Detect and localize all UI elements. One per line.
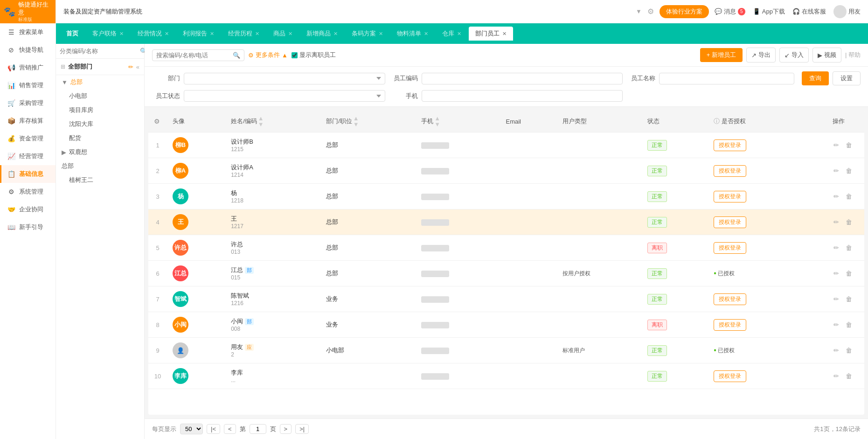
auth-login-btn[interactable]: 授权登录 [714, 139, 746, 151]
phone-input[interactable] [422, 90, 623, 102]
tree-node-planting[interactable]: 植树王二 [56, 173, 144, 187]
auth-login-btn[interactable]: 授权登录 [714, 370, 746, 382]
tab-customer[interactable]: 客户联络 ✕ [86, 27, 130, 41]
sidebar-item-system[interactable]: ⚙ 系统管理 [0, 183, 56, 201]
tree-node-small-elec[interactable]: 小电部 [56, 89, 144, 103]
sidebar-item-guide[interactable]: 📖 新手引导 [0, 218, 56, 236]
tab-add-goods[interactable]: 新增商品 ✕ [300, 27, 344, 41]
sidebar-item-marketing[interactable]: 📢 营销推广 [0, 59, 56, 77]
delete-button[interactable]: 🗑 [845, 294, 853, 304]
col-phone[interactable]: 手机 ▲▼ [416, 111, 500, 132]
user-menu-btn[interactable]: 用友 [833, 5, 861, 18]
close-tab-add-goods[interactable]: ✕ [333, 31, 338, 37]
close-tab-goods[interactable]: ✕ [288, 31, 292, 37]
auth-login-btn[interactable]: 授权登录 [714, 191, 746, 202]
sidebar-item-search[interactable]: ☰ 搜索菜单 [0, 23, 56, 41]
col-settings[interactable]: ⚙ [148, 111, 167, 132]
add-employee-button[interactable]: + 新增员工 [700, 48, 743, 62]
prev-page-btn[interactable]: < [224, 424, 236, 434]
edit-button[interactable]: ✏ [833, 140, 840, 150]
edit-button[interactable]: ✏ [833, 371, 840, 381]
sidebar-item-inventory[interactable]: 📦 库存核算 [0, 112, 56, 130]
tree-node-distribution[interactable]: 配货 [56, 131, 144, 145]
delete-button[interactable]: 🗑 [845, 371, 853, 381]
auth-login-btn[interactable]: 授权登录 [714, 293, 746, 305]
edit-button[interactable]: ✏ [833, 320, 840, 329]
tab-goods[interactable]: 商品 ✕ [267, 27, 299, 41]
sidebar-item-quicknav[interactable]: ⊘ 快捷导航 [0, 41, 56, 59]
tab-history[interactable]: 经营历程 ✕ [222, 27, 266, 41]
close-tab-ops[interactable]: ✕ [165, 31, 169, 37]
dept-sort[interactable]: 部门/职位 ▲▼ [326, 115, 410, 127]
delete-button[interactable]: 🗑 [845, 243, 853, 252]
edit-button[interactable]: ✏ [833, 294, 840, 304]
delete-button[interactable]: 🗑 [845, 269, 853, 278]
auth-login-btn[interactable]: 授权登录 [714, 242, 746, 254]
tab-home[interactable]: 首页 [60, 27, 85, 41]
edit-button[interactable]: ✏ [833, 269, 840, 278]
last-page-btn[interactable]: >| [295, 424, 309, 434]
import-button[interactable]: ↙ 导入 [779, 48, 809, 63]
message-btn[interactable]: 💬 消息 5 [715, 7, 745, 16]
close-tab-employees[interactable]: ✕ [502, 31, 507, 37]
tab-profit[interactable]: 利润报告 ✕ [176, 27, 221, 41]
delete-button[interactable]: 🗑 [845, 166, 853, 175]
delete-button[interactable]: 🗑 [845, 192, 853, 201]
auth-login-btn[interactable]: 授权登录 [714, 319, 746, 331]
tree-edit-icon[interactable]: ✏ [128, 63, 133, 70]
tab-operations-status[interactable]: 经营情况 ✕ [131, 27, 175, 41]
sidebar-item-operations[interactable]: 📈 经营管理 [0, 147, 56, 165]
emp-name-input[interactable] [659, 73, 794, 84]
search-button[interactable]: 查询 [802, 71, 829, 85]
name-sort[interactable]: 姓名/编码 ▲▼ [231, 115, 315, 127]
per-page-select[interactable]: 50 [180, 424, 203, 434]
tree-node-shenyang[interactable]: 沈阳大库 [56, 117, 144, 131]
sidebar-item-basic-info[interactable]: 📋 基础信息 [0, 165, 56, 183]
edit-button[interactable]: ✏ [833, 346, 840, 355]
tree-node-hq[interactable]: 总部 [56, 159, 144, 173]
set-button[interactable]: 设置 [833, 71, 861, 85]
show-resigned-toggle[interactable]: 显示离职员工 [292, 51, 336, 59]
edit-button[interactable]: ✏ [833, 217, 840, 227]
more-conditions-btn[interactable]: ⚙ 更多条件 ▲ [248, 51, 288, 59]
close-tab-profit[interactable]: ✕ [210, 31, 214, 37]
close-tab-bom[interactable]: ✕ [424, 31, 428, 37]
edit-button[interactable]: ✏ [833, 192, 840, 201]
settings-icon[interactable]: ⚙ [647, 7, 654, 16]
tab-barcode[interactable]: 条码方案 ✕ [345, 27, 389, 41]
sidebar-item-purchase[interactable]: 🛒 采购管理 [0, 94, 56, 112]
delete-button[interactable]: 🗑 [845, 217, 853, 227]
col-gear-icon[interactable]: ⚙ [154, 118, 160, 125]
view-button[interactable]: ▶ 视频 [812, 48, 841, 63]
close-tab-history[interactable]: ✕ [255, 31, 259, 37]
next-page-btn[interactable]: > [280, 424, 292, 434]
edit-button[interactable]: ✏ [833, 166, 840, 175]
help-btn[interactable]: | 帮助 [845, 51, 861, 59]
sidebar-item-collab[interactable]: 🤝 企业协同 [0, 201, 56, 218]
dept-select[interactable] [184, 73, 385, 84]
app-download-btn[interactable]: 📱 App下载 [753, 7, 785, 16]
edit-button[interactable]: ✏ [833, 243, 840, 252]
tree-collapse-icon[interactable]: « [136, 63, 139, 70]
trial-button[interactable]: 体验行业方案 [660, 5, 709, 18]
sidebar-item-sales[interactable]: 📊 销售管理 [0, 77, 56, 94]
tab-warehouse[interactable]: 仓库 ✕ [436, 27, 468, 41]
emp-status-select[interactable] [184, 90, 385, 102]
export-button[interactable]: ↗ 导出 [746, 48, 776, 63]
delete-button[interactable]: 🗑 [845, 140, 853, 150]
tree-node-root[interactable]: ▼ 总部 [56, 75, 144, 89]
first-page-btn[interactable]: |< [207, 424, 220, 434]
online-service-btn[interactable]: 🎧 在线客服 [792, 7, 826, 16]
search-input[interactable] [156, 52, 231, 59]
dropdown-arrow-icon[interactable]: ▼ [636, 8, 642, 15]
auth-login-btn[interactable]: 授权登录 [714, 216, 746, 228]
col-dept[interactable]: 部门/职位 ▲▼ [320, 111, 416, 132]
sidebar-item-finance[interactable]: 💰 资金管理 [0, 130, 56, 147]
close-tab-warehouse[interactable]: ✕ [457, 31, 461, 37]
tab-bom[interactable]: 物料清单 ✕ [390, 27, 435, 41]
delete-button[interactable]: 🗑 [845, 346, 853, 355]
close-tab-barcode[interactable]: ✕ [379, 31, 383, 37]
delete-button[interactable]: 🗑 [845, 320, 853, 329]
page-input[interactable] [250, 424, 266, 434]
show-resigned-checkbox[interactable] [292, 52, 298, 58]
